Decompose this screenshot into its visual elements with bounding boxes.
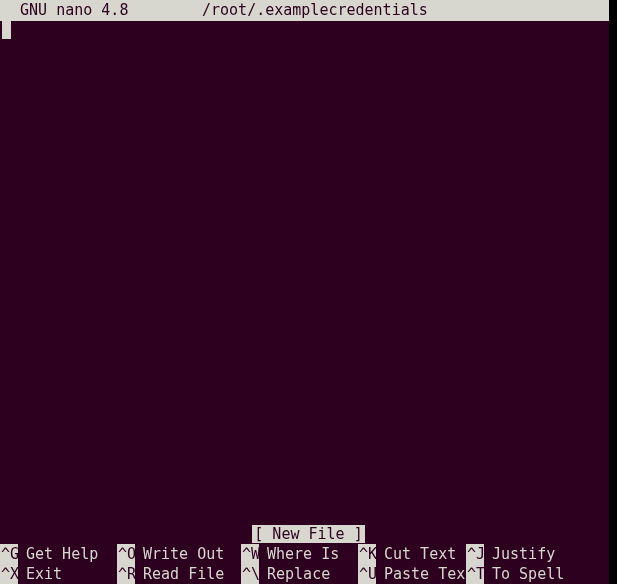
shortcut-key: ^\ <box>241 564 259 584</box>
shortcut-replace[interactable]: ^\ Replace <box>241 564 358 584</box>
right-edge <box>609 0 617 584</box>
text-cursor <box>2 21 11 39</box>
shortcut-label: Justify <box>484 544 555 564</box>
status-badge: [ New File ] <box>252 525 364 543</box>
shortcut-label: Write Out <box>135 544 224 564</box>
shortcut-label: Cut Text <box>376 544 456 564</box>
status-line: [ New File ] <box>0 524 617 544</box>
shortcut-key: ^R <box>117 564 135 584</box>
shortcut-key: ^W <box>241 544 259 564</box>
shortcut-label: Where Is <box>259 544 339 564</box>
editor-area[interactable] <box>0 21 617 524</box>
shortcut-key: ^T <box>466 564 484 584</box>
shortcut-label: Paste Text <box>376 564 474 584</box>
shortcut-key: ^X <box>0 564 18 584</box>
shortcut-paste-text[interactable]: ^U Paste Text <box>358 564 466 584</box>
shortcut-key: ^J <box>466 544 484 564</box>
shortcut-label: To Spell <box>484 564 564 584</box>
shortcut-write-out[interactable]: ^O Write Out <box>117 544 241 564</box>
shortcut-label: Exit <box>18 564 62 584</box>
shortcut-read-file[interactable]: ^R Read File <box>117 564 241 584</box>
file-path: /root/.examplecredentials <box>202 0 428 21</box>
shortcut-key: ^K <box>358 544 376 564</box>
shortcut-label: Replace <box>259 564 330 584</box>
shortcut-row-2: ^X Exit ^R Read File ^\ Replace ^U Paste… <box>0 564 617 584</box>
title-bar: GNU nano 4.8 /root/.examplecredentials <box>0 0 617 21</box>
shortcut-cut-text[interactable]: ^K Cut Text <box>358 544 466 564</box>
shortcut-justify[interactable]: ^J Justify <box>466 544 584 564</box>
shortcut-to-spell[interactable]: ^T To Spell <box>466 564 584 584</box>
shortcut-key: ^O <box>117 544 135 564</box>
shortcut-key: ^U <box>358 564 376 584</box>
shortcut-label: Get Help <box>18 544 98 564</box>
shortcuts-bar: ^G Get Help ^O Write Out ^W Where Is ^K … <box>0 544 617 584</box>
shortcut-row-1: ^G Get Help ^O Write Out ^W Where Is ^K … <box>0 544 617 564</box>
app-name: GNU nano 4.8 <box>2 0 202 21</box>
shortcut-label: Read File <box>135 564 224 584</box>
shortcut-exit[interactable]: ^X Exit <box>0 564 117 584</box>
shortcut-key: ^G <box>0 544 18 564</box>
shortcut-where-is[interactable]: ^W Where Is <box>241 544 358 564</box>
shortcut-get-help[interactable]: ^G Get Help <box>0 544 117 564</box>
